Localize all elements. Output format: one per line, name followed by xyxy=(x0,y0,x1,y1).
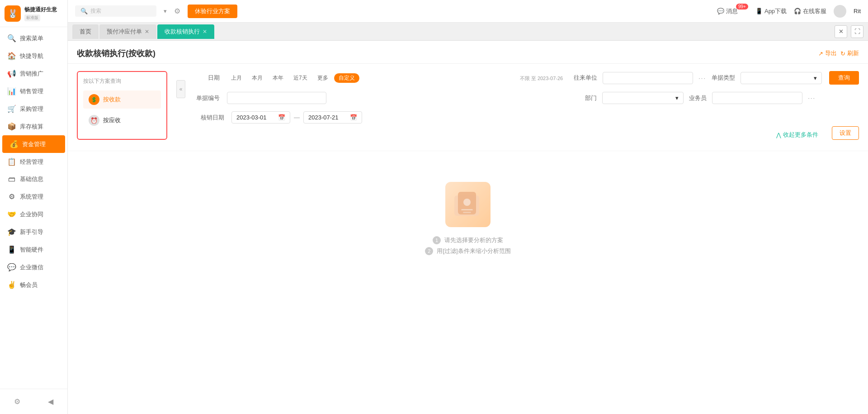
cart-icon: 🛒 xyxy=(7,105,16,113)
empty-state: 1 请先选择要分析的方案 2 用[过滤]条件来缩小分析范围 xyxy=(68,155,868,285)
date-shortcuts-control: 上月 本月 本年 近7天 更多 自定义 xyxy=(227,73,540,83)
tab-collect[interactable]: 收款核销执行 ✕ xyxy=(157,24,214,39)
query-button[interactable]: 查询 xyxy=(829,71,859,85)
refresh-icon: ↻ xyxy=(840,50,845,57)
topbar: 🔍 搜索 ▾ ⚙ 休验行业方案 💬 消息 99+ 📱 App下载 🎧 在线客服 … xyxy=(68,0,868,23)
sidebar-item-guide[interactable]: 🎓 新手引导 xyxy=(0,223,67,241)
sidebar-item-basic[interactable]: 🗃 基础信息 xyxy=(0,171,67,188)
sidebar-item-business[interactable]: 📋 经营管理 xyxy=(0,153,67,171)
date-btn-this-year[interactable]: 本年 xyxy=(269,73,288,83)
topbar-search[interactable]: 🔍 搜索 xyxy=(75,5,156,17)
database-icon: 🗃 xyxy=(7,175,16,183)
megaphone-icon: 📢 xyxy=(7,69,16,78)
topbar-right: 💬 消息 99+ 📱 App下载 🎧 在线客服 Rit xyxy=(717,5,861,18)
chart-icon: 📊 xyxy=(7,87,16,95)
sidebar-item-wechat[interactable]: 💬 企业微信 xyxy=(0,258,67,276)
sidebar-menu: 🔍 搜索菜单 🏠 快捷导航 📢 营销推广 📊 销售管理 🛒 采购管理 📦 库存核… xyxy=(0,27,67,389)
tab-home[interactable]: 首页 xyxy=(72,24,99,39)
writeoff-start-date-input[interactable]: 2023-03-01 📅 xyxy=(231,111,290,124)
sidebar-item-hardware[interactable]: 📱 智能硬件 xyxy=(0,241,67,258)
topbar-settings-icon[interactable]: ⚙ xyxy=(174,7,180,15)
search-icon: 🔍 xyxy=(7,34,16,43)
app-download-button[interactable]: 📱 App下载 xyxy=(755,7,787,15)
page-header: 收款核销执行(按收款) ↗ 导出 ↻ 刷新 xyxy=(68,41,868,64)
clipboard-icon: 📋 xyxy=(7,157,16,166)
refresh-button[interactable]: ↻ 刷新 xyxy=(840,49,859,57)
date-btn-last7[interactable]: 近7天 xyxy=(289,73,311,83)
user-avatar[interactable] xyxy=(834,5,846,18)
tabs-window-actions: ✕ ⛶ xyxy=(835,25,863,38)
graduation-icon: 🎓 xyxy=(7,228,16,236)
maximize-window-button[interactable]: ⛶ xyxy=(851,25,863,38)
filter-sidebar-title: 按以下方案查询 xyxy=(83,77,161,85)
collapse-filter-sidebar-button[interactable]: « xyxy=(176,80,185,98)
calendar-end-icon: 📅 xyxy=(350,114,357,121)
date-btn-last-month[interactable]: 上月 xyxy=(227,73,246,83)
dept-label: 部门 xyxy=(570,94,597,102)
filter-option-by-receipt[interactable]: 💲 按收款 xyxy=(83,90,161,109)
staff-input[interactable] xyxy=(712,92,802,104)
sidebar-item-inventory[interactable]: 📦 库存核算 xyxy=(0,118,67,135)
calendar-start-icon: 📅 xyxy=(278,114,285,121)
sidebar-item-sales[interactable]: 📊 销售管理 xyxy=(0,82,67,100)
date-btn-this-month[interactable]: 本月 xyxy=(248,73,267,83)
industry-solution-button[interactable]: 休验行业方案 xyxy=(188,5,237,18)
partner-label: 往来单位 xyxy=(570,74,597,82)
tab-collect-close[interactable]: ✕ xyxy=(203,29,207,35)
divider xyxy=(68,151,868,151)
tab-prepay-close[interactable]: ✕ xyxy=(145,29,149,35)
writeoff-end-date-input[interactable]: 2023-07-21 📅 xyxy=(303,111,362,124)
messages-button[interactable]: 💬 消息 99+ xyxy=(717,7,748,15)
logo-area: 🐰 畅捷通好生意 标准版 xyxy=(0,0,67,27)
writeoff-date-range: 2023-03-01 📅 — 2023-07-21 📅 xyxy=(231,111,362,124)
setting-button[interactable]: 设置 xyxy=(832,126,859,140)
svg-rect-3 xyxy=(461,209,473,210)
collapse-more-button[interactable]: ⋀ 收起更多条件 xyxy=(776,131,818,139)
sidebar-item-purchase[interactable]: 🛒 采购管理 xyxy=(0,100,67,118)
export-button[interactable]: ↗ 导出 xyxy=(818,49,837,57)
date-btn-more[interactable]: 更多 xyxy=(313,73,332,83)
sidebar-bottom: ⚙ ◀ xyxy=(0,389,67,414)
doc-type-select[interactable]: ▾ xyxy=(741,72,822,84)
collapse-sidebar-button[interactable]: ◀ xyxy=(42,394,59,409)
partner-input[interactable] xyxy=(603,72,693,84)
wechat-icon: 💬 xyxy=(7,263,16,271)
chevron-up-icon: ⋀ xyxy=(776,132,781,138)
page-actions: ↗ 导出 ↻ 刷新 xyxy=(818,49,859,57)
phone-icon: 📱 xyxy=(7,245,16,254)
sidebar-item-shortcut[interactable]: 🏠 快捷导航 xyxy=(0,47,67,65)
dept-select[interactable]: ▾ xyxy=(602,92,684,104)
filter-sidebar: 按以下方案查询 💲 按收款 ⏰ 按应收 xyxy=(77,71,167,140)
receipt-icon: 💲 xyxy=(89,94,99,105)
main-content: 🔍 搜索 ▾ ⚙ 休验行业方案 💬 消息 99+ 📱 App下载 🎧 在线客服 … xyxy=(68,0,868,414)
settings-button[interactable]: ⚙ xyxy=(9,394,26,409)
sidebar-item-finance[interactable]: 💰 资金管理 xyxy=(2,135,65,153)
chevron-down-dept-icon: ▾ xyxy=(675,95,679,101)
close-window-button[interactable]: ✕ xyxy=(835,25,847,38)
gear-icon: ⚙ xyxy=(7,192,16,201)
tab-prepay[interactable]: 预付冲应付单 ✕ xyxy=(99,24,156,39)
chevron-down-icon: ▾ xyxy=(814,75,817,81)
online-service-button[interactable]: 🎧 在线客服 xyxy=(794,7,826,15)
logo-icon: 🐰 xyxy=(5,5,21,22)
sidebar-item-enterprise[interactable]: 🤝 企业协同 xyxy=(0,205,67,223)
logo-text: 畅捷通好生意 标准版 xyxy=(24,6,57,21)
sidebar-item-member[interactable]: ✌ 畅会员 xyxy=(0,276,67,294)
partner-dots-button[interactable]: ··· xyxy=(698,75,706,81)
doc-num-input[interactable] xyxy=(227,92,326,104)
date-shortcut-group: 上月 本月 本年 近7天 更多 自定义 xyxy=(227,73,359,83)
sidebar-item-marketing[interactable]: 📢 营销推广 xyxy=(0,65,67,82)
service-icon: 🎧 xyxy=(794,8,801,14)
filter-option-by-receivable[interactable]: ⏰ 按应收 xyxy=(83,111,161,129)
doc-num-label: 单据编号 xyxy=(193,94,220,102)
date-btn-custom[interactable]: 自定义 xyxy=(334,73,359,83)
staff-dots-button[interactable]: ··· xyxy=(808,95,816,101)
page-title: 收款核销执行(按收款) xyxy=(77,48,156,59)
sidebar-item-system[interactable]: ⚙ 系统管理 xyxy=(0,188,67,205)
topbar-dropdown-arrow[interactable]: ▾ xyxy=(164,8,167,14)
staff-label: 业务员 xyxy=(689,94,707,102)
date-label: 日期 xyxy=(193,74,220,82)
sidebar-item-search[interactable]: 🔍 搜索菜单 xyxy=(0,29,67,47)
sidebar: 🐰 畅捷通好生意 标准版 🔍 搜索菜单 🏠 快捷导航 📢 营销推广 📊 销售管理… xyxy=(0,0,68,414)
box-icon: 📦 xyxy=(7,122,16,131)
